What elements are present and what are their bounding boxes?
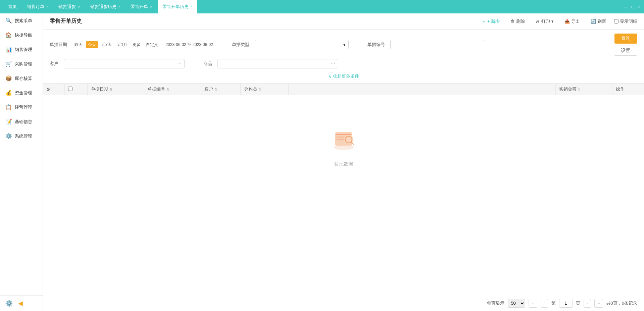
th-guide-sort[interactable]: 导购员 ⇅ <box>244 86 285 92</box>
tab-home-label: 首页 <box>8 4 17 10</box>
customer-label: 客户 <box>50 61 58 67</box>
query-buttons: 查询 设置 <box>614 34 637 56</box>
th-no-label: 单据编号 <box>148 86 165 92</box>
prev-page-btn[interactable]: ‹ <box>541 299 548 308</box>
tab-retail-open[interactable]: 零售开单 × <box>126 0 157 13</box>
query-button[interactable]: 查询 <box>614 34 637 44</box>
sidebar-item-quicknav[interactable]: 🏠 快捷导航 <box>0 28 43 42</box>
tab-retail-history[interactable]: 零售开单历史 × <box>158 0 197 13</box>
display-detail-label: 显示明细 <box>620 18 637 24</box>
tab-sales-order-close[interactable]: × <box>46 5 48 9</box>
th-amount: 实销金额 ⇅ <box>556 84 612 95</box>
sidebar-item-basicinfo[interactable]: 📝 基础信息 <box>0 114 43 129</box>
sidebar-item-purchase-label: 采购管理 <box>15 61 32 67</box>
tab-list: 首页 销售订单 × 销货退货 × 销货退货历史 × 零售开单 × 零售开单历史 … <box>3 0 197 13</box>
add-button[interactable]: ＋ + 新增 <box>479 17 502 26</box>
per-page-select[interactable]: 50 10 20 100 <box>508 299 525 308</box>
content-area: 零售开单历史 ＋ + 新增 🗑 删除 🖨 打印 ▾ 📤 导出 <box>43 13 644 311</box>
print-button[interactable]: 🖨 打印 ▾ <box>533 17 556 26</box>
th-guide-label: 导购员 <box>244 86 257 92</box>
sidebar-item-inventory[interactable]: 📦 库存核算 <box>0 71 43 86</box>
date-range-display: 2023-06-02 至 2023-06-02 <box>165 42 213 48</box>
export-label: 导出 <box>571 18 580 24</box>
maximize-btn[interactable]: □ <box>632 4 634 9</box>
page-input[interactable]: 1 <box>559 299 573 308</box>
search-icon: 🔍 <box>5 17 12 24</box>
collapse-button[interactable]: ∧ 收起更多条件 <box>328 73 359 79</box>
display-detail-checkbox[interactable] <box>614 19 618 23</box>
sort-icon-amount: ⇅ <box>578 88 581 91</box>
tab-sales-return-close[interactable]: × <box>78 5 80 9</box>
filter-area: 单据日期 昨天 今天 近7天 近1月 更多 自定义 2023-06-02 至 2… <box>43 30 644 84</box>
tab-retail-history-close[interactable]: × <box>191 5 193 9</box>
goods-label: 商品 <box>203 61 212 67</box>
tab-sales-order[interactable]: 销售订单 × <box>22 0 53 13</box>
date-btn-more[interactable]: 更多 <box>131 41 143 48</box>
delete-label: 删除 <box>516 18 525 24</box>
goods-select[interactable]: ··· <box>217 59 338 68</box>
close-btn-window[interactable]: × <box>638 4 641 9</box>
export-icon: 📤 <box>564 19 570 24</box>
date-btn-yesterday[interactable]: 昨天 <box>72 41 85 48</box>
chevron-up-icon: ∧ <box>328 74 332 79</box>
basicinfo-icon: 📝 <box>5 118 12 125</box>
docno-input[interactable] <box>390 40 484 49</box>
tab-sales-return-history[interactable]: 销货退货历史 × <box>86 0 125 13</box>
sort-icon-guide: ⇅ <box>258 88 261 91</box>
date-btn-1month[interactable]: 近1月 <box>115 41 130 48</box>
delete-icon: 🗑 <box>510 19 515 24</box>
refresh-icon: 🔄 <box>591 19 596 24</box>
doctype-select[interactable]: ▾ <box>255 40 349 49</box>
th-no-sort[interactable]: 单据编号 ⇅ <box>148 86 197 92</box>
home-icon: 🏠 <box>5 32 12 38</box>
th-amount-sort[interactable]: 实销金额 ⇅ <box>559 86 609 92</box>
refresh-button[interactable]: 🔄 刷新 <box>588 17 609 26</box>
first-page-btn[interactable]: « <box>529 299 537 308</box>
date-btn-custom[interactable]: 自定义 <box>144 41 160 48</box>
delete-button[interactable]: 🗑 删除 <box>508 17 528 26</box>
data-table: ⚙ 单据日期 ⇅ 单据编号 <box>43 84 644 95</box>
last-page-btn[interactable]: » <box>594 299 603 308</box>
th-customer-sort[interactable]: 客户 ⇅ <box>204 86 237 92</box>
print-label: 打印 <box>541 18 550 24</box>
filter-row-2: 客户 ··· 商品 ··· <box>50 59 637 68</box>
setting-button[interactable]: 设置 <box>614 46 637 56</box>
table-settings-icon[interactable]: ⚙ <box>46 87 50 92</box>
collapse-icon[interactable]: ◀ <box>18 300 23 307</box>
table-area: ⚙ 单据日期 ⇅ 单据编号 <box>43 84 644 295</box>
tab-sales-return-history-close[interactable]: × <box>118 5 120 9</box>
settings-bottom-icon[interactable]: ⚙️ <box>5 300 13 307</box>
tab-retail-open-close[interactable]: × <box>150 5 152 9</box>
sort-icon-date: ⇅ <box>110 88 112 91</box>
date-label: 单据日期 <box>50 42 67 48</box>
next-page-btn[interactable]: › <box>584 299 591 308</box>
sidebar-item-search[interactable]: 🔍 搜索采单 <box>0 13 43 28</box>
sidebar-item-system[interactable]: ⚙️ 系统管理 <box>0 129 43 143</box>
per-page-label: 每页显示 <box>487 300 504 306</box>
display-detail[interactable]: 显示明细 <box>614 18 637 24</box>
page-title: 零售开单历史 <box>50 18 82 25</box>
minimize-btn[interactable]: ─ <box>624 4 627 9</box>
sidebar-item-finance[interactable]: 💰 资金管理 <box>0 86 43 100</box>
sidebar-item-sales[interactable]: 📊 销售管理 <box>0 42 43 57</box>
date-btn-today[interactable]: 今天 <box>86 41 98 48</box>
date-btn-7days[interactable]: 近7天 <box>99 41 114 48</box>
sidebar-item-operations[interactable]: 📋 经营管理 <box>0 100 43 114</box>
select-all-checkbox[interactable] <box>68 87 72 91</box>
goods-dots-icon: ··· <box>331 61 335 67</box>
sort-icon-customer: ⇅ <box>214 88 217 91</box>
sidebar-item-purchase[interactable]: 🛒 采购管理 <box>0 57 43 71</box>
doctype-label: 单据类型 <box>232 42 249 48</box>
sidebar: 🔍 搜索采单 🏠 快捷导航 📊 销售管理 🛒 采购管理 📦 库存核算 💰 资金管… <box>0 13 43 311</box>
refresh-label: 刷新 <box>597 18 606 24</box>
tab-retail-open-label: 零售开单 <box>131 4 148 10</box>
sort-icon-no: ⇅ <box>166 88 169 91</box>
th-date-label: 单据日期 <box>91 86 108 92</box>
customer-select[interactable]: ··· <box>64 59 185 68</box>
total-info: 共0页，0条记录 <box>606 300 637 306</box>
th-date-sort[interactable]: 单据日期 ⇅ <box>91 86 141 92</box>
tab-home[interactable]: 首页 <box>3 0 21 13</box>
tab-sales-return[interactable]: 销货退货 × <box>54 0 85 13</box>
th-amount-label: 实销金额 <box>559 86 577 92</box>
export-button[interactable]: 📤 导出 <box>562 17 583 26</box>
